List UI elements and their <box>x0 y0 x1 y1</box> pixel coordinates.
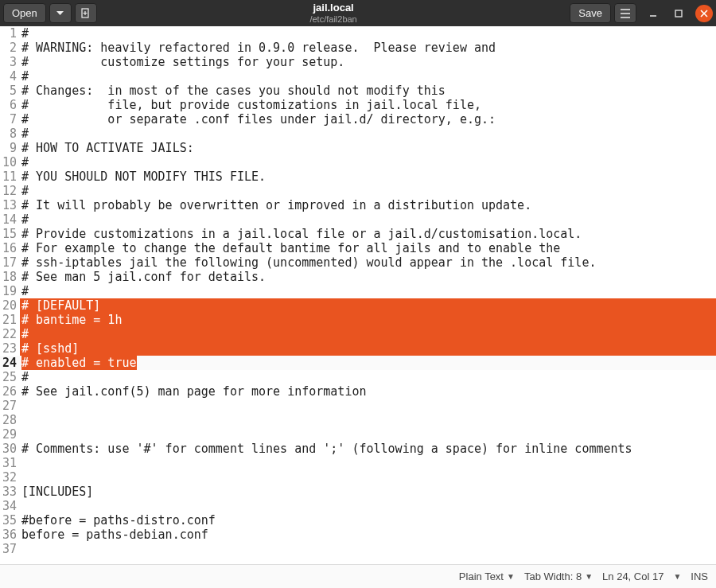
line-number: 14 <box>0 212 20 227</box>
line-content: # [DEFAULT] <box>20 298 716 313</box>
line-content: # enabled = true <box>20 356 716 370</box>
editor-line[interactable]: 11# YOU SHOULD NOT MODIFY THIS FILE. <box>0 169 716 184</box>
editor-line[interactable]: 34 <box>0 499 716 513</box>
editor-line[interactable]: 16# For example to change the default ba… <box>0 241 716 255</box>
close-button[interactable] <box>695 5 713 22</box>
editor-line[interactable]: 37 <box>0 542 716 556</box>
line-number: 26 <box>0 384 20 399</box>
line-content <box>20 470 716 485</box>
maximize-button[interactable] <box>670 5 687 22</box>
close-icon <box>700 10 708 18</box>
line-number: 31 <box>0 456 20 470</box>
insert-mode-label: INS <box>691 570 708 582</box>
chevron-down-icon: ▼ <box>585 572 593 581</box>
line-content: # <box>20 370 716 384</box>
line-content: # file, but provide customizations in ja… <box>20 98 716 112</box>
line-number: 34 <box>0 499 20 513</box>
editor-line[interactable]: 22# <box>0 327 716 341</box>
editor-line[interactable]: 27 <box>0 399 716 413</box>
editor-line[interactable]: 19# <box>0 284 716 298</box>
editor-line[interactable]: 29 <box>0 427 716 442</box>
editor-line[interactable]: 15# Provide customizations in a jail.loc… <box>0 227 716 241</box>
editor-line[interactable]: 24# enabled = true <box>0 356 716 370</box>
line-number: 36 <box>0 528 20 542</box>
line-number: 2 <box>0 41 20 55</box>
save-button[interactable]: Save <box>570 3 611 23</box>
editor-line[interactable]: 33[INCLUDES] <box>0 485 716 499</box>
line-number: 11 <box>0 169 20 184</box>
open-dropdown[interactable] <box>49 3 72 23</box>
editor-line[interactable]: 36before = paths-debian.conf <box>0 528 716 542</box>
editor-line[interactable]: 20# [DEFAULT] <box>0 298 716 313</box>
editor-line[interactable]: 25# <box>0 370 716 384</box>
editor-line[interactable]: 26# See jail.conf(5) man page for more i… <box>0 384 716 399</box>
new-tab-button[interactable] <box>75 3 97 23</box>
open-button[interactable]: Open <box>3 3 46 23</box>
editor-line[interactable]: 10# <box>0 155 716 169</box>
line-number: 12 <box>0 184 20 198</box>
editor-line[interactable]: 23# [sshd] <box>0 341 716 356</box>
line-number: 3 <box>0 55 20 69</box>
chevron-down-icon: ▼ <box>507 572 515 581</box>
editor-line[interactable]: 4# <box>0 69 716 84</box>
line-content: # <box>20 327 716 341</box>
editor-line[interactable]: 13# It will probably be overwritten or i… <box>0 198 716 212</box>
editor-line[interactable]: 17# ssh-iptables jail the following (unc… <box>0 255 716 270</box>
editor-line[interactable]: 12# <box>0 184 716 198</box>
editor-line[interactable]: 8# <box>0 127 716 141</box>
line-content: # Changes: in most of the cases you shou… <box>20 84 716 98</box>
tab-width-selector[interactable]: Tab Width: 8 ▼ <box>524 570 593 582</box>
minimize-button[interactable] <box>644 5 662 22</box>
line-number: 16 <box>0 241 20 255</box>
line-content: # <box>20 127 716 141</box>
line-content: # HOW TO ACTIVATE JAILS: <box>20 141 716 155</box>
insert-mode[interactable]: INS <box>691 570 708 582</box>
editor-line[interactable]: 14# <box>0 212 716 227</box>
line-number: 8 <box>0 127 20 141</box>
editor-line[interactable]: 5# Changes: in most of the cases you sho… <box>0 84 716 98</box>
editor-line[interactable]: 31 <box>0 456 716 470</box>
cursor-position[interactable]: Ln 24, Col 17 <box>602 570 663 582</box>
line-content: [INCLUDES] <box>20 485 716 499</box>
editor-line[interactable]: 3# customize settings for your setup. <box>0 55 716 69</box>
line-number: 29 <box>0 427 20 442</box>
syntax-selector[interactable]: Plain Text ▼ <box>459 570 515 582</box>
editor-line[interactable]: 21# bantime = 1h <box>0 313 716 327</box>
line-number: 30 <box>0 442 20 456</box>
line-number: 19 <box>0 284 20 298</box>
editor-line[interactable]: 7# or separate .conf files under jail.d/… <box>0 112 716 127</box>
line-content: # customize settings for your setup. <box>20 55 716 69</box>
line-number: 17 <box>0 255 20 270</box>
line-number: 4 <box>0 69 20 84</box>
line-content <box>20 456 716 470</box>
line-number: 9 <box>0 141 20 155</box>
line-content: # or separate .conf files under jail.d/ … <box>20 112 716 127</box>
text-editor[interactable]: 1#2# WARNING: heavily refactored in 0.9.… <box>0 26 716 564</box>
line-content: # See man 5 jail.conf for details. <box>20 270 716 284</box>
editor-line[interactable]: 9# HOW TO ACTIVATE JAILS: <box>0 141 716 155</box>
editor-line[interactable]: 6# file, but provide customizations in j… <box>0 98 716 112</box>
hamburger-menu[interactable] <box>614 3 636 23</box>
hamburger-icon <box>620 9 631 18</box>
editor-line[interactable]: 30# Comments: use '#' for comment lines … <box>0 442 716 456</box>
line-number: 20 <box>0 298 20 313</box>
editor-line[interactable]: 2# WARNING: heavily refactored in 0.9.0 … <box>0 41 716 55</box>
chevron-down-icon <box>56 11 64 16</box>
line-content: # <box>20 69 716 84</box>
editor-line[interactable]: 28 <box>0 413 716 427</box>
line-number: 21 <box>0 313 20 327</box>
editor-line[interactable]: 32 <box>0 470 716 485</box>
editor-line[interactable]: 18# See man 5 jail.conf for details. <box>0 270 716 284</box>
line-content <box>20 499 716 513</box>
line-content <box>20 399 716 413</box>
line-number: 13 <box>0 198 20 212</box>
editor-line[interactable]: 1# <box>0 26 716 41</box>
line-number: 15 <box>0 227 20 241</box>
editor-area: 1#2# WARNING: heavily refactored in 0.9.… <box>0 26 716 564</box>
header-bar: Open jail.local /etc/fail2ban Save <box>0 0 716 26</box>
editor-line[interactable]: 35#before = paths-distro.conf <box>0 513 716 528</box>
line-content <box>20 542 716 556</box>
line-content: # See jail.conf(5) man page for more inf… <box>20 384 716 399</box>
minimize-icon <box>649 10 657 18</box>
line-content: #before = paths-distro.conf <box>20 513 716 528</box>
